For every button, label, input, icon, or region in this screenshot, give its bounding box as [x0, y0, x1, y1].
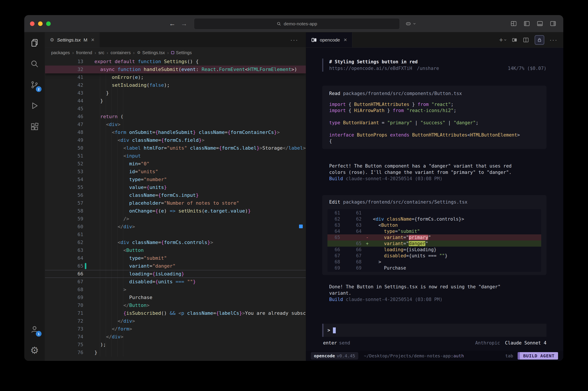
git-branch: :auth — [451, 353, 464, 358]
code-line[interactable]: 67 disabled={units === ""} — [45, 278, 306, 286]
code-editor[interactable]: 13export default function Settings() {32… — [45, 58, 306, 361]
editor-actions-more[interactable]: ··· — [290, 32, 306, 47]
code-line[interactable]: 43 } — [45, 89, 306, 97]
toggle-sidebar-left-icon[interactable] — [523, 20, 531, 27]
code-line[interactable]: 56 className={formCs.input} — [45, 191, 306, 199]
code-line[interactable]: 74 </div> — [45, 333, 306, 341]
code-line[interactable]: 44 } — [45, 97, 306, 105]
code-line[interactable]: 41 onError(e); — [45, 73, 306, 81]
prompt-input[interactable]: > — [322, 324, 547, 337]
back-button[interactable]: ← — [169, 15, 176, 32]
working-directory: ~/Desktop/Projects/demo-notes-app:auth — [364, 353, 464, 358]
code-line[interactable]: 58 onChange={(e) => setUnits(e.target.va… — [45, 207, 306, 215]
terminal-profile-icon[interactable] — [512, 37, 517, 43]
prompt-symbol: > — [328, 328, 330, 333]
terminal-panel: opencode × + — [306, 32, 563, 361]
code-line[interactable]: 64 type="submit" — [45, 254, 306, 262]
tab-settings-tsx[interactable]: ⚙ Settings.tsx M × — [45, 32, 100, 47]
code-line[interactable]: 60 </div> — [45, 223, 306, 231]
customize-layout-icon[interactable] — [510, 20, 517, 27]
activity-source-control[interactable]: 2 — [24, 74, 45, 95]
code-line[interactable]: 47 <div> — [45, 121, 306, 128]
diff-row: 6767 disabled={units === ""} — [328, 253, 541, 259]
code-line[interactable]: 46 return ( — [45, 113, 306, 121]
agent-mode-badge[interactable]: BUILD AGENT — [518, 352, 558, 360]
code-line[interactable]: 50 <label htmlFor="units" className={for… — [45, 144, 306, 152]
diff-view: 61616262<div className={formCs.controls}… — [328, 209, 541, 272]
lock-editor-group-button[interactable] — [535, 35, 544, 45]
code-line[interactable]: 48 <form onSubmit={handleSubmit} classNa… — [45, 128, 306, 136]
code-line[interactable]: 49 <div className={formCs.field}> — [45, 136, 306, 144]
code-line[interactable]: 51 <input — [45, 152, 306, 160]
tab-opencode-terminal[interactable]: opencode × — [306, 32, 352, 47]
code-line[interactable]: 69 Purchase — [45, 293, 306, 301]
close-window-button[interactable] — [30, 21, 34, 26]
enter-key-hint: enter — [323, 340, 337, 346]
diff-row: 6969 Purchase — [328, 265, 541, 271]
tool-path: packages/frontend/src/containers/Setting… — [343, 199, 468, 205]
activity-run-debug[interactable] — [24, 95, 45, 116]
line-number: 13 — [45, 58, 95, 66]
activity-settings[interactable]: ⚙ — [24, 340, 45, 361]
code-line[interactable]: 55 value={units} — [45, 184, 306, 191]
line-number: 69 — [45, 293, 95, 301]
code-line[interactable]: 54 type="number" — [45, 176, 306, 184]
opencode-terminal: # Styling Settings button in red https:/… — [306, 48, 563, 361]
code-line[interactable]: 70 </Button> — [45, 301, 306, 309]
activity-explorer[interactable] — [24, 32, 45, 53]
split-editor-icon[interactable] — [522, 36, 529, 43]
copilot-menu[interactable] — [405, 15, 416, 32]
panel-more-actions[interactable]: ··· — [550, 36, 558, 43]
toggle-panel-icon[interactable] — [536, 20, 544, 27]
line-number: 44 — [45, 97, 95, 105]
code-line[interactable]: 72 </div> — [45, 317, 306, 325]
code-line[interactable]: 62 <div className={formCs.controls}> — [45, 239, 306, 246]
line-number: 68 — [45, 286, 95, 293]
tool-verb: Edit — [329, 199, 340, 205]
breadcrumb-separator: › — [167, 50, 169, 55]
close-tab-icon[interactable]: × — [91, 36, 95, 43]
new-terminal-button[interactable]: + — [499, 36, 507, 44]
activity-account[interactable]: 1 — [24, 319, 45, 340]
line-number: 72 — [45, 317, 95, 325]
code-line[interactable]: 75 ); — [45, 341, 306, 349]
code-line[interactable]: 53 id="units" — [45, 168, 306, 176]
code-line[interactable]: 61 — [45, 231, 306, 239]
minimize-window-button[interactable] — [38, 21, 43, 26]
code-line[interactable]: 73 </form> — [45, 325, 306, 333]
forward-button[interactable]: → — [181, 15, 187, 32]
code-line[interactable]: 57 placeholder="Number of notes to store… — [45, 199, 306, 207]
zoom-window-button[interactable] — [46, 21, 51, 26]
breadcrumb-item[interactable]: Settings — [171, 50, 192, 55]
snippet-line: import { HiArrowPath } from "react-icons… — [329, 107, 539, 114]
code-line[interactable]: 65 variant="danger" — [45, 262, 306, 270]
token-usage: 14K/7% ($0.07) — [508, 65, 547, 72]
code-line[interactable]: 76} — [45, 349, 306, 357]
code-line[interactable]: 68 > — [45, 286, 306, 293]
copilot-icon — [405, 20, 412, 27]
code-line[interactable]: 59 /> — [45, 215, 306, 223]
breadcrumb-item[interactable]: frontend — [76, 50, 92, 55]
activity-search[interactable] — [24, 53, 45, 74]
tool-path: packages/frontend/src/components/Button.… — [343, 91, 462, 96]
close-panel-tab-icon[interactable]: × — [344, 36, 347, 43]
code-line[interactable]: 42 setIsLoading(false); — [45, 81, 306, 89]
breadcrumb-item[interactable]: src — [98, 50, 104, 55]
code-line[interactable]: 71 {isSubscribed() && <p className={labe… — [45, 309, 306, 317]
code-line[interactable]: 45 — [45, 105, 306, 113]
model-name: Claude Sonnet 4 — [505, 340, 547, 346]
command-center-search[interactable]: demo-notes-app — [194, 18, 400, 29]
line-number: 45 — [45, 105, 95, 113]
code-line[interactable]: 66 loading={isLoading} — [45, 270, 306, 278]
breadcrumb-item[interactable]: packages — [51, 50, 70, 55]
code-line[interactable]: 32 async function handleSubmit(event: Re… — [45, 66, 306, 73]
breadcrumb-item[interactable]: containers — [111, 50, 131, 55]
code-line[interactable]: 13export default function Settings() { — [45, 58, 306, 66]
code-line[interactable]: 63 <Button — [45, 246, 306, 254]
code-line[interactable]: 52 min="0" — [45, 160, 306, 168]
assistant-message: Done! The Button in Settings.tsx is now … — [322, 284, 547, 303]
panel-actions: + — [499, 32, 563, 47]
breadcrumb-item[interactable]: ⚙Settings.tsx — [137, 50, 165, 55]
activity-extensions[interactable] — [24, 116, 45, 137]
toggle-sidebar-right-icon[interactable] — [549, 20, 557, 27]
